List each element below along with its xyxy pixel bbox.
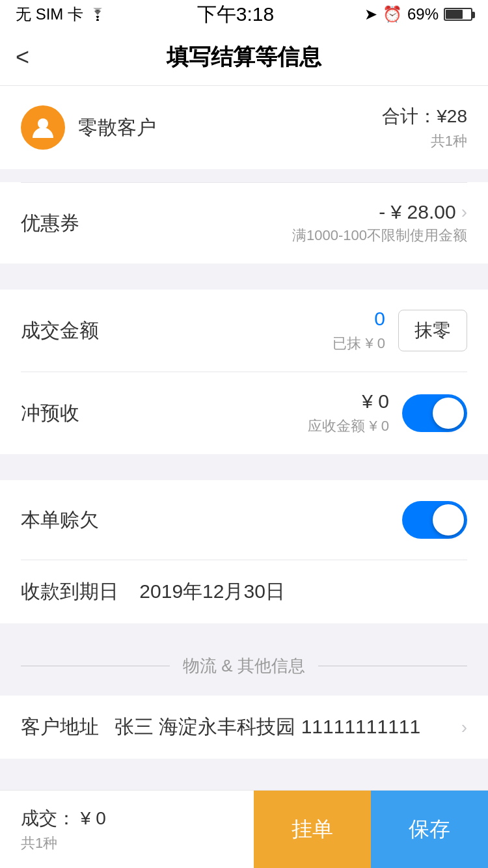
prepay-value: ¥ 0 [362, 390, 389, 413]
status-bar: 无 SIM 卡 下午3:18 ➤ ⏰ 69% [0, 0, 488, 29]
save-button[interactable]: 保存 [371, 791, 488, 869]
prepay-toggle[interactable] [402, 394, 467, 432]
debit-label: 本单赊欠 [21, 507, 99, 534]
alarm-icon: ⏰ [383, 5, 402, 23]
deal-amount-right: 0 已抹 ¥ 0 抹零 [332, 308, 467, 353]
debit-row: 本单赊欠 [0, 480, 488, 560]
customer-right: 合计：¥28 共1种 [382, 104, 467, 151]
person-icon [30, 115, 56, 141]
hold-button[interactable]: 挂单 [254, 791, 371, 869]
section-separator-1 [0, 277, 488, 290]
nav-bar: < 填写结算等信息 [0, 29, 488, 86]
customer-row: 零散客户 合计：¥28 共1种 [0, 86, 488, 169]
carrier-text: 无 SIM 卡 [16, 4, 83, 25]
toggle-knob [433, 398, 464, 429]
coupon-row[interactable]: 优惠券 - ¥ 28.00 › 满1000-100不限制使用金额 [0, 183, 488, 264]
prepay-row: 冲预收 ¥ 0 应收金额 ¥ 0 [0, 372, 488, 454]
deal-amount-value: 0 [374, 308, 385, 330]
address-chevron-icon: › [461, 717, 467, 738]
prepay-col: ¥ 0 应收金额 ¥ 0 [308, 390, 389, 436]
svg-point-0 [96, 19, 99, 21]
time-display: 下午3:18 [197, 1, 274, 28]
bottom-bar: 成交： ¥ 0 共1种 挂单 保存 [0, 790, 488, 868]
chevron-right-icon: › [461, 202, 467, 223]
bottom-summary: 成交： ¥ 0 共1种 [0, 806, 254, 853]
bottom-deal-label: 成交： [21, 808, 75, 828]
svg-point-1 [38, 118, 48, 129]
bottom-deal: 成交： ¥ 0 [21, 806, 233, 831]
address-row[interactable]: 客户地址 张三 海淀永丰科技园 11111111111 › [0, 696, 488, 759]
section-separator-2 [0, 467, 488, 480]
location-icon: ➤ [364, 5, 377, 23]
debit-toggle[interactable] [402, 501, 467, 539]
prepay-sub: 应收金额 ¥ 0 [308, 416, 389, 436]
bottom-deal-value: ¥ 0 [81, 808, 106, 828]
logistics-text: 物流 & 其他信息 [170, 655, 318, 677]
customer-left: 零散客户 [21, 105, 156, 150]
coupon-right: - ¥ 28.00 › 满1000-100不限制使用金额 [292, 201, 467, 245]
battery-icon [444, 8, 472, 21]
deal-amount-section: 成交金额 0 已抹 ¥ 0 抹零 冲预收 ¥ 0 应收金额 ¥ 0 [0, 290, 488, 454]
deal-amount-row: 成交金额 0 已抹 ¥ 0 抹零 [0, 290, 488, 372]
total-count: 共1种 [382, 131, 467, 151]
back-button[interactable]: < [16, 44, 29, 71]
logistics-line-right [318, 666, 467, 666]
coupon-sub: 满1000-100不限制使用金额 [292, 226, 467, 245]
address-value: 张三 海淀永丰科技园 11111111111 [115, 714, 461, 740]
due-date-value: 2019年12月30日 [139, 580, 284, 602]
bottom-count: 共1种 [21, 834, 233, 853]
debit-section: 本单赊欠 收款到期日 2019年12月30日 [0, 480, 488, 623]
wifi-icon [88, 8, 107, 21]
round-off-button[interactable]: 抹零 [398, 310, 467, 351]
coupon-label: 优惠券 [21, 210, 79, 237]
deal-amount-col: 0 已抹 ¥ 0 [332, 308, 385, 353]
logistics-line-left [21, 666, 170, 666]
customer-name: 零散客户 [78, 115, 156, 141]
prepay-label: 冲预收 [21, 400, 79, 427]
coupon-section: 优惠券 - ¥ 28.00 › 满1000-100不限制使用金额 [0, 182, 488, 264]
due-date-row: 收款到期日 2019年12月30日 [0, 560, 488, 623]
prepay-right: ¥ 0 应收金额 ¥ 0 [308, 390, 467, 436]
address-section: 客户地址 张三 海淀永丰科技园 11111111111 › [0, 696, 488, 759]
deal-amount-label: 成交金额 [21, 318, 99, 344]
address-label: 客户地址 [21, 714, 99, 740]
deal-amount-sub: 已抹 ¥ 0 [332, 334, 385, 353]
battery-percent: 69% [407, 5, 439, 23]
page-title: 填写结算等信息 [167, 42, 321, 72]
logistics-divider: 物流 & 其他信息 [0, 636, 488, 696]
avatar [21, 105, 65, 150]
total-amount: 合计：¥28 [382, 104, 467, 129]
due-date-label: 收款到期日 [21, 580, 118, 602]
customer-section: 零散客户 合计：¥28 共1种 [0, 86, 488, 169]
status-right: ➤ ⏰ 69% [364, 5, 472, 23]
coupon-amount: - ¥ 28.00 [379, 201, 455, 223]
status-left: 无 SIM 卡 [16, 4, 107, 25]
debit-toggle-knob [433, 504, 464, 536]
